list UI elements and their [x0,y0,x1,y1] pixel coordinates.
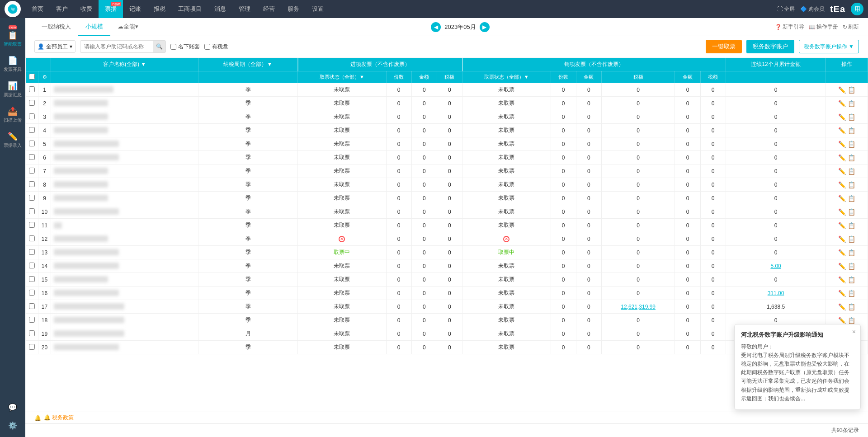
nav-service[interactable]: 服务 [281,0,306,18]
copy-icon[interactable]: 📋 [848,208,855,216]
account-checkbox-item[interactable]: 名下账套 [170,43,200,51]
nav-business[interactable]: 工商项目 [172,0,208,18]
digital-tax-ops-button[interactable]: 税务数字账户操作 ▼ [799,40,859,53]
prev-month-button[interactable]: ◀ [431,22,441,32]
nav-client[interactable]: 客户 [50,0,74,18]
edit-icon[interactable]: ✏️ [838,127,846,134]
row-checkbox[interactable] [29,249,35,255]
edit-icon[interactable]: ✏️ [838,100,846,107]
sidebar-item-ticket-summary[interactable]: 📊 票据汇总 [1,77,24,102]
edit-icon[interactable]: ✏️ [838,276,846,283]
special-value[interactable]: 12,621,319.99 [621,304,656,310]
nav-manage[interactable]: 管理 [232,0,257,18]
one-click-fetch-button[interactable]: 一键取票 [706,40,742,53]
copy-icon[interactable]: 📋 [848,276,855,283]
tab-all[interactable]: ☁ 全能 ▾ [110,18,146,36]
digital-tax-button[interactable]: 税务数字账户 [746,40,794,53]
edit-icon[interactable]: ✏️ [838,195,846,202]
edit-icon[interactable]: ✏️ [838,235,846,243]
nav-operation[interactable]: 经营 [257,0,281,18]
edit-icon[interactable]: ✏️ [838,168,846,175]
edit-icon[interactable]: ✏️ [838,154,846,161]
copy-icon[interactable]: 📋 [848,154,855,161]
row-checkbox[interactable] [29,168,35,174]
edit-icon[interactable]: ✏️ [838,303,846,310]
manual-link[interactable]: 📖 操作手册 [809,23,838,31]
edit-icon[interactable]: ✏️ [838,249,846,256]
search-input[interactable] [80,43,153,50]
edit-icon[interactable]: ✏️ [838,113,846,121]
cumulative-value[interactable]: 311.00 [768,290,784,296]
copy-icon[interactable]: 📋 [848,168,855,175]
nav-fee[interactable]: 收费 [74,0,99,18]
refresh-link[interactable]: ↻ 刷新 [843,23,859,31]
copy-icon[interactable]: 📋 [848,86,855,94]
edit-icon[interactable]: ✏️ [838,141,846,148]
tax-disk-checkbox[interactable] [204,44,210,50]
sidebar-item-invoice-issue[interactable]: 📄 发票开具 [1,52,24,76]
sidebar-message-icon[interactable]: 💬 [5,400,20,414]
member-button[interactable]: 🔷 购会员 [800,5,825,13]
row-checkbox[interactable] [29,317,35,323]
tax-policy-text[interactable]: 🔔 税务政策 [44,414,74,422]
row-checkbox[interactable] [29,330,35,336]
copy-icon[interactable]: 📋 [848,235,855,243]
edit-icon[interactable]: ✏️ [838,86,846,94]
search-button[interactable]: 🔍 [153,40,165,53]
row-checkbox[interactable] [29,127,35,133]
employee-select[interactable]: 👤 全部员工 ▾ [34,40,75,53]
row-checkbox[interactable] [29,290,35,296]
row-checkbox[interactable] [29,235,35,241]
row-checkbox[interactable] [29,113,35,119]
avatar[interactable]: 用 [851,3,863,15]
sidebar-item-scan-upload[interactable]: 📤 扫描上传 [1,103,24,127]
copy-icon[interactable]: 📋 [848,263,855,270]
nav-home[interactable]: 首页 [25,0,50,18]
copy-icon[interactable]: 📋 [848,290,855,297]
nav-bookkeeping[interactable]: 记账 [123,0,147,18]
copy-icon[interactable]: 📋 [848,141,855,148]
fullscreen-button[interactable]: ⛶ 全屏 [777,5,795,13]
row-checkbox[interactable] [29,86,35,92]
row-checkbox[interactable] [29,263,35,268]
row-checkbox[interactable] [29,276,35,282]
tax-disk-checkbox-item[interactable]: 有税盘 [204,43,228,51]
row-checkbox[interactable] [29,303,35,309]
sidebar-item-ticket-entry[interactable]: ✏️ 票据录入 [1,128,24,152]
copy-icon[interactable]: 📋 [848,249,855,256]
copy-icon[interactable]: 📋 [848,100,855,107]
row-checkbox[interactable] [29,100,35,106]
account-checkbox[interactable] [170,44,176,50]
notification-close-button[interactable]: × [852,328,856,335]
nav-ticket[interactable]: 票据 new [99,0,123,18]
copy-icon[interactable]: 📋 [848,222,855,229]
copy-icon[interactable]: 📋 [848,303,855,310]
row-checkbox[interactable] [29,141,35,146]
new-guide-link[interactable]: ❓ 新手引导 [775,23,804,31]
row-checkbox[interactable] [29,208,35,214]
row-checkbox[interactable] [29,195,35,201]
sidebar-settings-icon[interactable]: ⚙️ [5,418,20,432]
copy-icon[interactable]: 📋 [848,181,855,188]
tab-general-taxpayer[interactable]: 一般纳税人 [34,18,78,36]
edit-icon[interactable]: ✏️ [838,263,846,270]
copy-icon[interactable]: 📋 [848,127,855,134]
next-month-button[interactable]: ▶ [480,22,490,32]
tab-small-scale[interactable]: 小规模 [78,18,110,36]
copy-icon[interactable]: 📋 [848,195,855,202]
nav-message[interactable]: 消息 [208,0,232,18]
select-all-checkbox[interactable] [29,74,35,80]
nav-settings[interactable]: 设置 [306,0,330,18]
copy-icon[interactable]: 📋 [848,317,855,324]
edit-icon[interactable]: ✏️ [838,208,846,216]
edit-icon[interactable]: ✏️ [838,222,846,229]
row-checkbox[interactable] [29,222,35,228]
sidebar-item-intelligent-ticket[interactable]: new 📋 智能取票 [1,22,24,51]
row-checkbox[interactable] [29,154,35,160]
copy-icon[interactable]: 📋 [848,113,855,121]
cumulative-value[interactable]: 5.00 [770,263,781,269]
row-checkbox[interactable] [29,344,35,350]
row-checkbox[interactable] [29,181,35,187]
edit-icon[interactable]: ✏️ [838,290,846,297]
edit-icon[interactable]: ✏️ [838,181,846,188]
